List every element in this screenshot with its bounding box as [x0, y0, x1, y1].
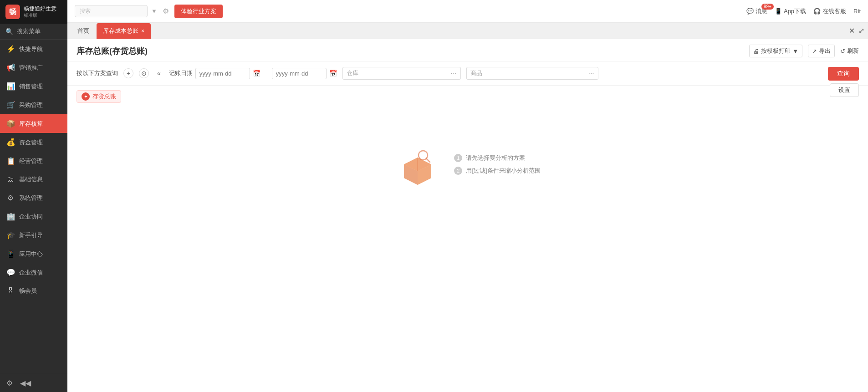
wechat-icon: 💬: [6, 268, 15, 277]
page-header: 库存总账(存货总账) 🖨 按模板打印 ▼ ↗ 导出 ↺ 刷新: [67, 39, 868, 61]
empty-illustration: [395, 144, 440, 189]
export-label: 导出: [819, 47, 831, 55]
app-download-label: App下载: [784, 7, 806, 15]
empty-box-svg: [395, 144, 440, 189]
refresh-button[interactable]: ↺ 刷新: [840, 47, 859, 55]
sidebar-item-wechat[interactable]: 💬 企业微信: [0, 263, 67, 282]
logo-icon: 畅: [5, 5, 20, 19]
tab-home-label: 首页: [77, 27, 89, 35]
sidebar-item-quick-nav[interactable]: ⚡ 快捷导航: [0, 40, 67, 58]
phone-icon: 📱: [775, 8, 782, 15]
date-end-input[interactable]: [272, 68, 327, 79]
sidebar-collapse-icon[interactable]: ◀◀: [20, 379, 31, 387]
newbie-icon: 🎓: [6, 231, 15, 239]
tab-close-icon[interactable]: ×: [141, 28, 144, 34]
app-name: 畅捷通好生意: [24, 5, 56, 13]
sidebar-item-basic[interactable]: 🗂 基础信息: [0, 170, 67, 188]
product-label: 商品: [470, 69, 482, 77]
scheme-item[interactable]: ✦ 存货总账: [77, 90, 121, 103]
inventory-label: 库存核算: [19, 120, 43, 128]
date-filter-group: 记账日期 📅 — 📅: [169, 68, 337, 79]
finance-label: 资金管理: [19, 138, 43, 147]
topbar-online-service[interactable]: 🎧 在线客服: [813, 7, 846, 15]
topbar-search-area: 搜索 ▼ ⚙ 体验行业方案: [75, 5, 746, 18]
tabbar: 首页 库存成本总账 × ✕ ⤢: [67, 23, 868, 39]
scheme-icon: ✦: [82, 92, 90, 101]
topbar-dropdown-arrow[interactable]: ▼: [151, 8, 157, 15]
page-title: 库存总账(存货总账): [77, 46, 749, 56]
calendar-end-icon[interactable]: 📅: [329, 70, 337, 77]
date-start-input[interactable]: [195, 68, 250, 79]
filter-bar: 按以下方案查询 + ⊙ « 记账日期 📅 — 📅 仓库 ··· 商品: [67, 61, 868, 86]
panel-close-icon[interactable]: ✕: [849, 26, 855, 35]
purchase-icon: 🛒: [6, 101, 15, 109]
query-button[interactable]: 查询: [828, 67, 859, 81]
headset-icon: 🎧: [813, 8, 821, 15]
topbar-message-button[interactable]: 💬 消息 99+: [746, 7, 767, 15]
purchase-label: 采购管理: [19, 101, 43, 109]
wechat-label: 企业微信: [19, 269, 43, 277]
panel-resize-icon[interactable]: ⤢: [858, 26, 864, 35]
topbar: 搜索 ▼ ⚙ 体验行业方案 💬 消息 99+ 📱 App下载 🎧 在线客服 Ri…: [67, 0, 868, 23]
export-icon: ↗: [812, 48, 817, 55]
scheme-name: 存货总账: [92, 92, 116, 101]
settings-button[interactable]: 设置: [830, 83, 859, 97]
topbar-user[interactable]: Rit: [853, 8, 861, 15]
topbar-app-download[interactable]: 📱 App下载: [775, 7, 806, 15]
sidebar-item-appstore[interactable]: 📱 应用中心: [0, 244, 67, 263]
app-logo: 畅 畅捷通好生意 标准版: [0, 0, 67, 24]
scheme-area: ✦ 存货总账: [67, 86, 868, 107]
sidebar-search[interactable]: 🔍 搜索菜单: [0, 24, 67, 40]
filter-settings-button[interactable]: ⊙: [139, 68, 149, 78]
warehouse-select[interactable]: 仓库 ···: [342, 67, 461, 80]
message-icon: 💬: [746, 8, 754, 15]
member-label: 畅会员: [19, 287, 37, 295]
search-icon: 🔍: [5, 28, 13, 35]
topbar-settings-icon[interactable]: ⚙: [163, 7, 169, 15]
tab-inventory-ledger[interactable]: 库存成本总账 ×: [97, 23, 151, 39]
sidebar-item-enterprise[interactable]: 🏢 企业协同: [0, 207, 67, 226]
inventory-icon: 📦: [6, 119, 15, 128]
page-header-actions: 🖨 按模板打印 ▼ ↗ 导出 ↺ 刷新: [749, 45, 859, 57]
system-icon: ⚙: [6, 193, 15, 202]
quick-nav-icon: ⚡: [6, 45, 15, 53]
warehouse-more-icon: ···: [450, 69, 456, 77]
appstore-label: 应用中心: [19, 250, 43, 258]
member-icon: 🎖: [6, 287, 15, 295]
tab-home[interactable]: 首页: [71, 23, 96, 39]
sidebar-item-operation[interactable]: 📋 经营管理: [0, 152, 67, 170]
sidebar-item-purchase[interactable]: 🛒 采购管理: [0, 96, 67, 114]
empty-state-inner: 1 请先选择要分析的方案 2 用[过滤]条件来缩小分析范围: [395, 144, 540, 189]
sidebar: 畅 畅捷通好生意 标准版 🔍 搜索菜单 ⚡ 快捷导航 📢 营销推广 📊 销售管理…: [0, 0, 67, 392]
sidebar-item-newbie[interactable]: 🎓 新手引导: [0, 226, 67, 244]
filter-label: 按以下方案查询: [77, 69, 118, 77]
sidebar-footer: ⚙ ◀◀: [0, 374, 67, 392]
calendar-start-icon[interactable]: 📅: [253, 70, 260, 77]
finance-icon: 💰: [6, 138, 15, 147]
product-more-icon: ···: [588, 69, 594, 77]
warehouse-label: 仓库: [347, 69, 358, 77]
sales-label: 销售管理: [19, 82, 43, 91]
sidebar-item-system[interactable]: ⚙ 系统管理: [0, 188, 67, 207]
print-icon: 🖨: [753, 48, 759, 55]
sidebar-item-finance[interactable]: 💰 资金管理: [0, 133, 67, 152]
sidebar-item-inventory[interactable]: 📦 库存核算: [0, 114, 67, 133]
basic-label: 基础信息: [19, 175, 43, 183]
hint-text-1: 请先选择要分析的方案: [466, 154, 525, 162]
sidebar-item-sales[interactable]: 📊 销售管理: [0, 77, 67, 96]
filter-collapse-button[interactable]: «: [154, 69, 163, 78]
enterprise-label: 企业协同: [19, 213, 43, 221]
print-button[interactable]: 🖨 按模板打印 ▼: [749, 45, 802, 57]
sidebar-gear-icon[interactable]: ⚙: [6, 379, 13, 387]
export-button[interactable]: ↗ 导出: [808, 45, 835, 57]
enterprise-icon: 🏢: [6, 212, 15, 221]
industry-solution-button[interactable]: 体验行业方案: [174, 5, 223, 18]
filter-add-button[interactable]: +: [123, 68, 133, 78]
topbar-search-box[interactable]: 搜索: [75, 5, 148, 17]
refresh-label: 刷新: [847, 47, 859, 55]
sidebar-item-marketing[interactable]: 📢 营销推广: [0, 58, 67, 77]
empty-state: 1 请先选择要分析的方案 2 用[过滤]条件来缩小分析范围: [67, 107, 868, 226]
product-select[interactable]: 商品 ···: [466, 67, 598, 80]
date-separator: —: [263, 70, 269, 77]
sidebar-item-member[interactable]: 🎖 畅会员: [0, 282, 67, 300]
